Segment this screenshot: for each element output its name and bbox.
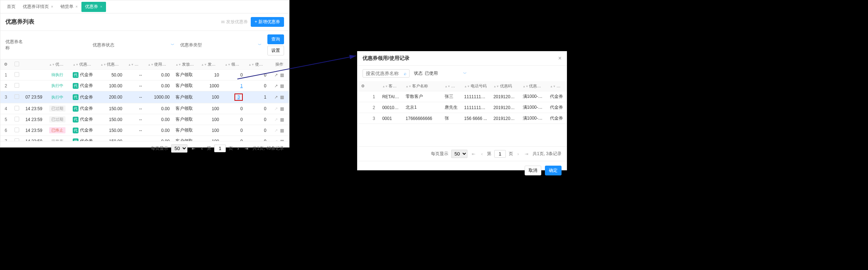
page-input[interactable] bbox=[494, 150, 506, 158]
per-page-select[interactable]: 50 bbox=[451, 150, 467, 158]
sort-icon[interactable]: ▲▼ bbox=[101, 64, 106, 66]
next-page-button[interactable]: › bbox=[516, 151, 520, 157]
sort-icon[interactable]: ▲▼ bbox=[523, 86, 529, 87]
prev-page-button[interactable]: ‹ bbox=[480, 151, 484, 157]
qrcode-icon[interactable]: ▦ bbox=[280, 128, 284, 133]
table-row[interactable]: 2 执行中 代代金券 100.00 -- 0.00 客户领取 1000 1 0 … bbox=[0, 80, 289, 91]
qrcode-icon[interactable]: ▦ bbox=[280, 139, 284, 141]
modal-search[interactable]: ⌕ bbox=[363, 69, 410, 78]
ok-button[interactable]: 确定 bbox=[545, 166, 562, 175]
issue-column[interactable]: ▲▼发行数量 bbox=[198, 59, 222, 70]
checkbox-icon[interactable] bbox=[14, 117, 19, 121]
sort-icon[interactable]: ▲▼ bbox=[148, 64, 153, 66]
sort-icon[interactable]: ▲▼ bbox=[49, 64, 55, 66]
page-input[interactable] bbox=[214, 145, 226, 152]
table-row[interactable]: 1 RETAIL... 零散客户 张三 11111111111 20191201… bbox=[357, 91, 567, 102]
time-column[interactable] bbox=[22, 59, 46, 70]
last-page-button[interactable]: ⇥ bbox=[243, 146, 250, 151]
claim-count-link[interactable]: 1 bbox=[240, 83, 243, 88]
contact-column[interactable]: ▲▼联系人 bbox=[442, 81, 461, 91]
add-coupon-button[interactable]: + 新增优惠券 bbox=[251, 17, 284, 27]
use-column[interactable]: ▲▼使用数量 bbox=[246, 59, 269, 70]
chevron-down-icon[interactable]: ﹀ bbox=[463, 71, 467, 76]
sort-icon[interactable]: ▲▼ bbox=[382, 86, 388, 87]
row-checkbox[interactable] bbox=[12, 80, 23, 91]
qrcode-icon[interactable]: ▦ bbox=[280, 106, 284, 111]
sort-icon[interactable]: ▲▼ bbox=[201, 64, 207, 66]
sort-icon[interactable]: ▲▼ bbox=[225, 64, 230, 66]
sort-icon[interactable]: ▲▼ bbox=[249, 64, 254, 66]
customer-code-column[interactable]: ▲▼客户... bbox=[379, 81, 403, 91]
last-page-button[interactable]: ⇥ bbox=[523, 151, 530, 157]
table-row[interactable]: 4 14 23:59 已过期 代代金券 150.00 -- 0.00 客户领取 … bbox=[0, 103, 289, 114]
sort-icon[interactable]: ▲▼ bbox=[464, 86, 470, 87]
row-checkbox[interactable] bbox=[12, 125, 23, 136]
status-column[interactable]: ▲▼优惠券状态 bbox=[46, 59, 70, 70]
table-row[interactable]: 3 07 23:59 执行中 代代金券 200.00 -- 1000.00 客户… bbox=[0, 91, 289, 103]
sort-icon[interactable]: ▲▼ bbox=[128, 64, 134, 66]
table-row[interactable]: 6 14 23:59 已终止 代代金券 150.00 -- 0.00 客户领取 … bbox=[0, 125, 289, 136]
close-icon[interactable]: × bbox=[51, 5, 53, 9]
close-icon[interactable]: × bbox=[100, 5, 102, 9]
row-checkbox[interactable] bbox=[12, 136, 23, 141]
checkbox-icon[interactable] bbox=[14, 138, 19, 141]
claim-count-link[interactable]: 3 bbox=[237, 95, 240, 100]
settings-button[interactable]: 设置 bbox=[267, 46, 284, 55]
coupon-code-column[interactable]: ▲▼优惠码 bbox=[491, 81, 520, 91]
tab-sales[interactable]: 销货单× bbox=[57, 2, 81, 12]
first-page-button[interactable]: ⇤ bbox=[470, 151, 477, 157]
checkbox-icon[interactable] bbox=[14, 106, 19, 111]
threshold-column[interactable]: ▲▼使用门槛... bbox=[145, 59, 172, 70]
query-button[interactable]: 查询 bbox=[267, 34, 284, 44]
row-checkbox[interactable] bbox=[12, 114, 23, 125]
coupon-type-column[interactable]: ▲▼优惠券类 bbox=[547, 81, 567, 91]
sort-icon[interactable]: ▲▼ bbox=[445, 86, 450, 87]
first-page-button[interactable]: ⇤ bbox=[190, 146, 197, 151]
gear-column[interactable]: ⚙ bbox=[357, 81, 368, 91]
modal-status-value[interactable]: 已使用 bbox=[425, 70, 461, 76]
share-icon[interactable]: ↗ bbox=[274, 95, 278, 100]
filter-status-select[interactable]: ﹀ bbox=[117, 42, 174, 47]
checkbox-icon[interactable] bbox=[14, 72, 19, 77]
face-column[interactable]: ▲▼优惠券面值 bbox=[98, 59, 125, 70]
discount-column[interactable]: ▲▼折扣% bbox=[125, 59, 145, 70]
row-checkbox[interactable] bbox=[12, 70, 23, 80]
share-icon[interactable]: ↗ bbox=[274, 72, 278, 78]
table-row[interactable]: 5 14 23:59 已过期 代代金券 150.00 -- 0.00 客户领取 … bbox=[0, 114, 289, 125]
sort-icon[interactable]: ▲▼ bbox=[494, 86, 499, 87]
checkbox-icon[interactable] bbox=[14, 83, 19, 88]
table-row[interactable]: 3 0001 17666666666 张 156 6666 ... 201912… bbox=[357, 113, 567, 124]
next-page-button[interactable]: › bbox=[236, 146, 240, 151]
checkbox-icon[interactable] bbox=[14, 62, 19, 66]
prev-page-button[interactable]: ‹ bbox=[200, 146, 204, 151]
cancel-button[interactable]: 取消 bbox=[525, 166, 541, 175]
share-icon[interactable]: ↗ bbox=[274, 83, 278, 88]
topic-column[interactable]: ▲▼优惠主题 bbox=[520, 81, 547, 91]
table-row[interactable]: 1 待执行 代代金券 50.00 -- 0.00 客户领取 10 0 0 ↗▦ bbox=[0, 70, 289, 80]
tab-coupon[interactable]: 优惠券× bbox=[81, 2, 106, 12]
checkbox-icon[interactable] bbox=[14, 128, 19, 132]
table-row[interactable]: 2 00010001 北京1 唐先生 11111111111 201912017… bbox=[357, 102, 567, 113]
qrcode-icon[interactable]: ▦ bbox=[280, 117, 284, 122]
sort-icon[interactable]: ▲▼ bbox=[550, 86, 556, 87]
checkbox-icon[interactable] bbox=[14, 94, 19, 99]
qrcode-icon[interactable]: ▦ bbox=[280, 72, 284, 78]
method-column[interactable]: ▲▼发放方式 bbox=[173, 59, 198, 70]
checkbox-column[interactable] bbox=[12, 59, 23, 70]
customer-name-column[interactable]: ▲▼客户名称 bbox=[403, 81, 442, 91]
gear-column[interactable]: ⚙ bbox=[0, 59, 12, 70]
type-column[interactable]: ▲▼优惠券类型 bbox=[70, 59, 97, 70]
modal-table-wrap[interactable]: ⚙ ▲▼客户... ▲▼客户名称 ▲▼联系人 ▲▼电话号码 ▲▼优惠码 ▲▼优惠… bbox=[357, 81, 567, 146]
qrcode-icon[interactable]: ▦ bbox=[280, 95, 284, 100]
table-row[interactable]: 7 14 23:59 待发布 代代金券 150.00 -- 0.00 客户领取 … bbox=[0, 136, 289, 141]
tab-detail[interactable]: 优惠券详情页× bbox=[19, 2, 57, 12]
sort-icon[interactable]: ▲▼ bbox=[175, 64, 181, 66]
claim-column[interactable]: ▲▼领用数量 bbox=[222, 59, 245, 70]
close-icon[interactable]: × bbox=[76, 5, 78, 9]
per-page-select[interactable]: 50 bbox=[171, 144, 187, 153]
tab-home[interactable]: 首页 bbox=[3, 2, 19, 12]
filter-type-select[interactable]: ﹀ bbox=[204, 42, 262, 47]
filter-name-input[interactable] bbox=[26, 41, 87, 49]
sort-icon[interactable]: ▲▼ bbox=[406, 86, 411, 87]
search-icon[interactable]: ⌕ bbox=[404, 71, 406, 76]
